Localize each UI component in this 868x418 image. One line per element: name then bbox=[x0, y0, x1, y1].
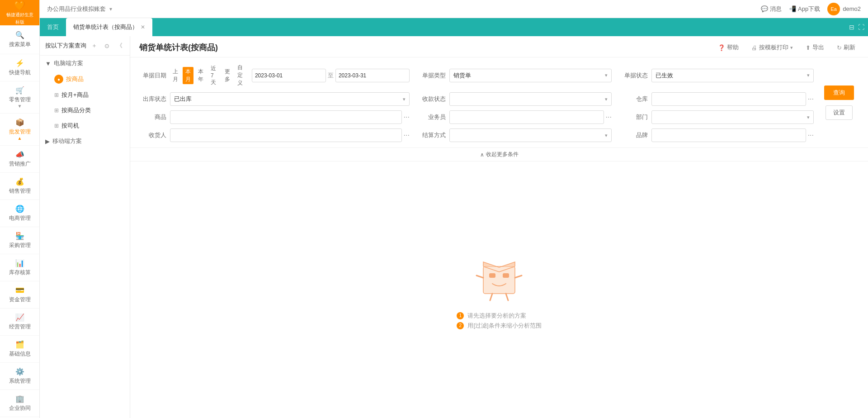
warehouse-input[interactable] bbox=[651, 92, 806, 106]
add-scheme-btn[interactable]: ＋ bbox=[89, 41, 99, 51]
date-more[interactable]: 更多 bbox=[222, 67, 233, 84]
sidebar-item-purchase[interactable]: 🏪 采购管理 bbox=[0, 227, 40, 254]
sidebar-item-marketing[interactable]: 📣 营销推广 bbox=[0, 146, 40, 173]
date-to-input[interactable] bbox=[335, 69, 410, 82]
date-last-month[interactable]: 上月 bbox=[170, 67, 181, 84]
payment-select[interactable]: ▾ bbox=[449, 128, 612, 142]
warehouse-dots[interactable]: ··· bbox=[808, 95, 814, 103]
user-btn[interactable]: Ea demo2 bbox=[827, 3, 861, 15]
refresh-btn[interactable]: ↻ 刷新 bbox=[833, 42, 859, 53]
sidebar-item-ecom[interactable]: 🌐 电商管理 bbox=[0, 200, 40, 227]
app-download-btn[interactable]: 📲 App下载 bbox=[789, 5, 820, 13]
doc-type-select[interactable]: 销货单 ▾ bbox=[449, 69, 612, 82]
salesman-dots[interactable]: ··· bbox=[606, 113, 612, 121]
filter-row-2: 出库状态 已出库 ▾ 收款状态 bbox=[139, 92, 814, 106]
sidebar-system-label: 系统管理 bbox=[9, 377, 31, 385]
query-button[interactable]: 查询 bbox=[824, 86, 854, 100]
topbar-left: 办公用品行业模拟账套 ▾ bbox=[47, 5, 112, 13]
date-this-year[interactable]: 本年 bbox=[195, 67, 206, 84]
sidebar-basics-label: 基础信息 bbox=[9, 350, 31, 358]
quicknav-icon: ⚡ bbox=[15, 59, 24, 67]
sidebar-item-quicknav[interactable]: ⚡ 快捷导航 bbox=[0, 54, 40, 81]
export-btn[interactable]: ⬆ 导出 bbox=[802, 42, 828, 53]
collapse-panel-btn[interactable]: 《 bbox=[114, 41, 124, 51]
empty-illustration bbox=[472, 248, 526, 303]
sidebar-item-system[interactable]: ⚙️ 系统管理 bbox=[0, 363, 40, 390]
sidebar-item-operations[interactable]: 📈 经营管理 bbox=[0, 309, 40, 336]
user-avatar: Ea bbox=[827, 3, 840, 15]
tree-section-mobile-header[interactable]: ▶ 移动端方案 bbox=[40, 133, 130, 149]
wholesale-icon: 📦 bbox=[15, 118, 24, 127]
retail-chevron: ▼ bbox=[18, 104, 22, 109]
tree-item-by-goods[interactable]: ● 按商品 bbox=[40, 71, 130, 87]
sidebar-item-retail[interactable]: 🛒 零售管理 ▼ bbox=[0, 81, 40, 114]
main-area: 办公用品行业模拟账套 ▾ 💬 消息 📲 App下载 Ea demo2 首页 销货… bbox=[40, 0, 868, 418]
tab-home[interactable]: 首页 bbox=[40, 18, 66, 36]
message-btn[interactable]: 💬 消息 bbox=[761, 5, 782, 13]
date-this-month[interactable]: 本月 bbox=[183, 67, 193, 84]
receiver-dots[interactable]: ··· bbox=[404, 131, 410, 139]
tab-minimize-icon[interactable]: ⊟ bbox=[849, 24, 854, 31]
warehouse-control: ··· bbox=[651, 92, 814, 106]
app-download-icon: 📲 bbox=[789, 5, 796, 12]
doc-status-select[interactable]: 已生效 ▾ bbox=[651, 69, 814, 82]
template-print-btn[interactable]: 🖨 按模板打印 ▾ bbox=[748, 42, 797, 53]
brand-input[interactable] bbox=[651, 128, 806, 142]
help-icon: ❓ bbox=[718, 44, 725, 51]
svg-rect-2 bbox=[503, 273, 509, 278]
tab-report-close[interactable]: ✕ bbox=[141, 24, 145, 30]
tree-item-by-goods-cat-icon: ⊞ bbox=[54, 107, 59, 114]
sidebar-ecom-label: 电商管理 bbox=[9, 214, 31, 222]
filter-out-status: 出库状态 已出库 ▾ bbox=[139, 92, 410, 106]
date-sep: 至 bbox=[328, 71, 334, 80]
tab-home-label: 首页 bbox=[47, 23, 59, 31]
collapse-bar[interactable]: ∧ 收起更多条件 bbox=[130, 148, 868, 162]
dept-label: 部门 bbox=[621, 113, 648, 121]
tree-item-by-driver[interactable]: ⊞ 按司机 bbox=[40, 118, 130, 133]
sidebar-item-inventory[interactable]: 📊 库存核算 bbox=[0, 254, 40, 281]
finance-icon: 💳 bbox=[15, 286, 24, 294]
sidebar-item-sales[interactable]: 💰 销售管理 bbox=[0, 173, 40, 200]
date-from-input[interactable] bbox=[252, 69, 326, 82]
help-btn[interactable]: ❓ 帮助 bbox=[714, 42, 742, 53]
brand-dots[interactable]: ··· bbox=[808, 131, 814, 139]
payment-control: ▾ bbox=[449, 128, 612, 142]
page-header: 销货单统计表(按商品) ❓ 帮助 🖨 按模板打印 ▾ ⬆ 导出 bbox=[130, 36, 868, 57]
refresh-icon: ↻ bbox=[837, 44, 842, 51]
filter-salesman: 业务员 ··· bbox=[419, 110, 612, 124]
sidebar-retail-label: 零售管理 bbox=[9, 96, 31, 104]
tree-item-by-goods-cat[interactable]: ⊞ 按商品分类 bbox=[40, 103, 130, 118]
filter-warehouse: 仓库 ··· bbox=[621, 92, 814, 106]
sidebar-item-enterprise[interactable]: 🏢 企业协同 bbox=[0, 390, 40, 417]
sidebar-item-wholesale[interactable]: 📦 批发管理 ▲ bbox=[0, 114, 40, 146]
brand-label: 品牌 bbox=[621, 131, 648, 139]
filter-doc-type: 单据类型 销货单 ▾ bbox=[419, 69, 612, 82]
out-status-select[interactable]: 已出库 ▾ bbox=[170, 92, 410, 106]
date-7days[interactable]: 近7天 bbox=[208, 64, 220, 87]
sidebar-item-basics[interactable]: 🗂️ 基础信息 bbox=[0, 336, 40, 363]
tab-fullscreen-icon[interactable]: ⛶ bbox=[858, 24, 864, 31]
tab-report[interactable]: 销货单统计表（按商品） ✕ bbox=[66, 18, 152, 36]
tree-section-pc-header[interactable]: ▼ 电脑端方案 bbox=[40, 56, 130, 71]
settings-scheme-btn[interactable]: ⊙ bbox=[102, 41, 112, 51]
empty-hints: 1 请先选择要分析的方案 2 用[过滤]条件来缩小分析范围 bbox=[457, 312, 541, 332]
doc-type-label: 单据类型 bbox=[419, 71, 446, 80]
receiver-input[interactable] bbox=[170, 128, 402, 142]
receipt-status-select[interactable]: ▾ bbox=[449, 92, 612, 106]
goods-dots[interactable]: ··· bbox=[404, 113, 410, 121]
salesman-input[interactable] bbox=[449, 110, 604, 124]
refresh-label: 刷新 bbox=[844, 43, 855, 52]
date-custom[interactable]: 自定义 bbox=[235, 63, 248, 88]
salesman-label: 业务员 bbox=[419, 113, 446, 121]
filter-goods: 商品 ··· bbox=[139, 110, 410, 124]
left-panel-actions: ＋ ⊙ 《 bbox=[89, 41, 124, 51]
sidebar-search[interactable]: 🔍 搜索菜单 bbox=[0, 25, 40, 54]
dept-arrow: ▾ bbox=[807, 114, 810, 120]
page-header-actions: ❓ 帮助 🖨 按模板打印 ▾ ⬆ 导出 ↻ 刷新 bbox=[714, 42, 859, 53]
date-quick-btns: 上月 本月 本年 近7天 更多 自定义 bbox=[170, 63, 248, 88]
goods-input[interactable] bbox=[170, 110, 402, 124]
dept-select[interactable]: ▾ bbox=[651, 110, 814, 124]
sidebar-item-finance[interactable]: 💳 资金管理 bbox=[0, 281, 40, 309]
tree-item-by-month-goods[interactable]: ⊞ 按月+商品 bbox=[40, 87, 130, 103]
settings-button[interactable]: 设置 bbox=[826, 105, 853, 120]
